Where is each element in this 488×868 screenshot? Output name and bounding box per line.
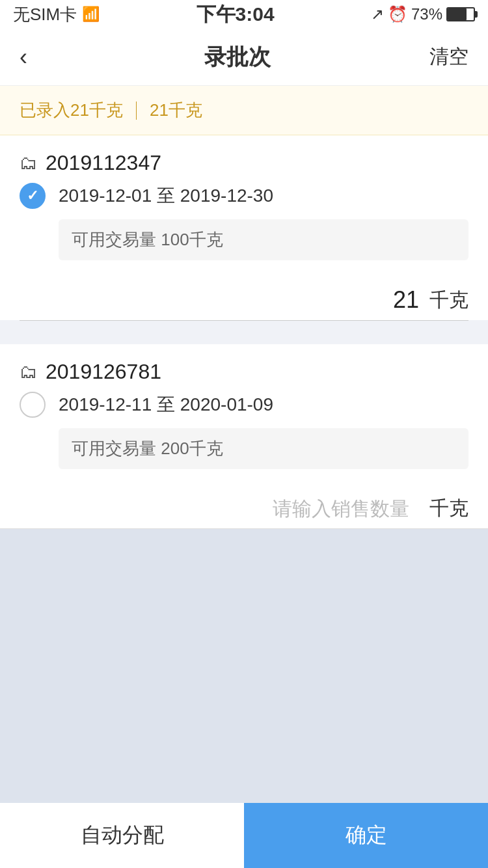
batch-date-1: 2019-12-01 至 2019-12-30: [59, 183, 273, 208]
status-bar: 无SIM卡 📶 下午3:04 ↗ ⏰ 73%: [0, 0, 488, 29]
back-button[interactable]: ‹: [20, 44, 59, 71]
summary-value: 21千克: [150, 99, 202, 122]
battery-icon: [446, 7, 475, 21]
alarm-icon: ⏰: [388, 5, 407, 23]
wifi-icon: 📶: [82, 6, 100, 23]
quantity-row-1: 21 千克: [0, 273, 488, 320]
status-right: ↗ ⏰ 73%: [371, 5, 475, 23]
nav-bar: ‹ 录批次 清空: [0, 29, 488, 86]
empty-area: [0, 529, 488, 803]
status-time: 下午3:04: [197, 1, 275, 28]
section-divider: [0, 334, 488, 344]
batch-date-row-2: 2019-12-11 至 2020-01-09: [20, 392, 468, 418]
status-left: 无SIM卡 📶: [13, 3, 100, 26]
batch-availability-2: 可用交易量 200千克: [59, 428, 468, 469]
batch-item-2: 🗂 2019126781 2019-12-11 至 2020-01-09 可用交…: [0, 344, 488, 482]
summary-banner: 已录入21千克 21千克: [0, 86, 488, 135]
battery-percent: 73%: [411, 5, 442, 23]
summary-divider: [136, 102, 137, 120]
quantity-unit-2: 千克: [429, 495, 468, 522]
batch-availability-1: 可用交易量 100千克: [59, 219, 468, 260]
bottom-bar: 自动分配 确定: [0, 803, 488, 868]
batch-date-row-1: 2019-12-01 至 2019-12-30: [20, 183, 468, 209]
batch-id-2: 2019126781: [46, 360, 161, 384]
location-icon: ↗: [371, 5, 384, 23]
summary-prefix: 已录入21千克: [20, 99, 123, 122]
quantity-unit-1: 千克: [429, 287, 468, 314]
quantity-input-2[interactable]: [224, 498, 419, 520]
content-area: 已录入21千克 21千克 🗂 2019112347 2019-12-01 至 2…: [0, 86, 488, 803]
input-row-2: 千克: [0, 482, 488, 529]
batch-date-2: 2019-12-11 至 2020-01-09: [59, 392, 273, 417]
batch-item-1: 🗂 2019112347 2019-12-01 至 2019-12-30 可用交…: [0, 135, 488, 273]
line-separator-1: [20, 320, 468, 321]
clear-button[interactable]: 清空: [416, 44, 468, 70]
quantity-value-1: 21: [393, 286, 419, 314]
batch-radio-1[interactable]: [20, 183, 46, 209]
batch-id-icon-1: 🗂: [20, 152, 38, 174]
batch-radio-2[interactable]: [20, 392, 46, 418]
auto-distribute-button[interactable]: 自动分配: [0, 803, 244, 868]
batch-header-1: 🗂 2019112347: [20, 151, 468, 175]
carrier-label: 无SIM卡: [13, 3, 77, 26]
batch-id-icon-2: 🗂: [20, 361, 38, 383]
page-title: 录批次: [59, 42, 416, 72]
batch-header-2: 🗂 2019126781: [20, 360, 468, 384]
confirm-button[interactable]: 确定: [244, 803, 488, 868]
batch-id-1: 2019112347: [46, 151, 161, 175]
